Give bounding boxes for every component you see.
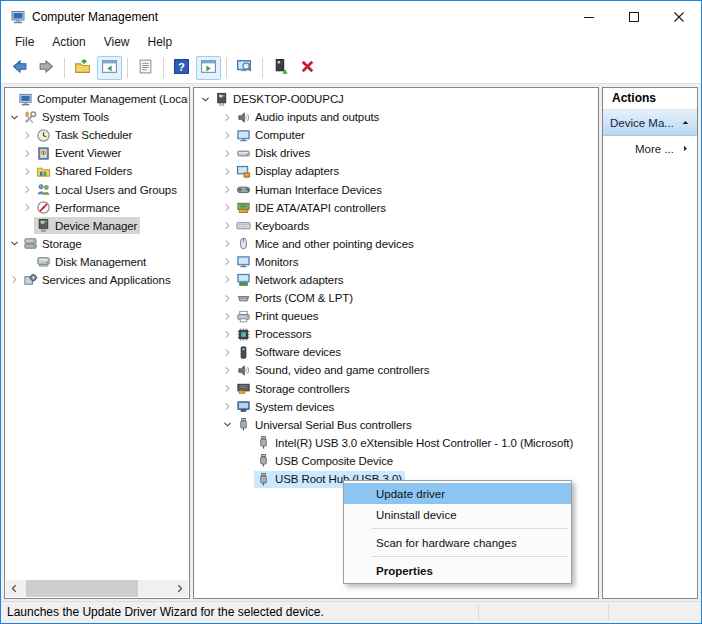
console-item-device-manager[interactable]: Device Manager [6, 217, 188, 235]
chevron-collapsed-icon[interactable] [221, 328, 234, 341]
triangle-right-icon[interactable] [681, 144, 690, 153]
update-driver-tool-button[interactable] [268, 56, 293, 80]
chevron-collapsed-icon[interactable] [221, 346, 234, 359]
tree-item-content: Device Manager [34, 217, 140, 234]
tree-item-content: Task Scheduler [34, 127, 135, 144]
maximize-button[interactable] [611, 1, 656, 32]
device-item-intel-r-usb-3-0-extensible-host-controller-1-0-microsoft[interactable]: Intel(R) USB 3.0 eXtensible Host Control… [195, 434, 597, 452]
device-item-display-adapters[interactable]: Display adapters [195, 162, 597, 180]
console-item-system-tools[interactable]: System Tools [6, 108, 188, 126]
chevron-collapsed-icon[interactable] [221, 273, 234, 286]
help-button[interactable]: ? [169, 56, 194, 80]
device-item-universal-serial-bus-controllers[interactable]: Universal Serial Bus controllers [195, 416, 597, 434]
device-item-monitors[interactable]: Monitors [195, 253, 597, 271]
device-item-ide-ata-atapi-controllers[interactable]: IDE ATA/ATAPI controllers [195, 199, 597, 217]
menu-file[interactable]: File [6, 33, 43, 51]
context-properties[interactable]: Properties [344, 560, 571, 581]
back-button[interactable] [7, 56, 32, 80]
chevron-expanded-icon[interactable] [221, 418, 234, 431]
device-item-computer[interactable]: Computer [195, 126, 597, 144]
chevron-placeholder [21, 255, 34, 268]
printer-icon [235, 308, 251, 324]
console-item-task-scheduler[interactable]: Task Scheduler [6, 126, 188, 144]
chevron-collapsed-icon[interactable] [221, 147, 234, 160]
chevron-collapsed-icon[interactable] [21, 201, 34, 214]
console-item-shared-folders[interactable]: Shared Folders [6, 162, 188, 180]
chevron-collapsed-icon[interactable] [221, 364, 234, 377]
scroll-left-arrow-icon[interactable] [6, 580, 23, 597]
console-item-services-and-applications[interactable]: Services and Applications [6, 271, 188, 289]
chevron-collapsed-icon[interactable] [221, 310, 234, 323]
console-item-storage[interactable]: Storage [6, 235, 188, 253]
chevron-collapsed-icon[interactable] [221, 255, 234, 268]
horizontal-scrollbar[interactable] [6, 580, 188, 597]
context-uninstall-device[interactable]: Uninstall device [344, 504, 571, 525]
action-section-more[interactable]: More ... [603, 136, 697, 161]
scroll-right-arrow-icon[interactable] [171, 580, 188, 597]
chevron-expanded-icon[interactable] [8, 237, 21, 250]
show-console-tree-button[interactable] [97, 56, 122, 80]
chevron-collapsed-icon[interactable] [21, 183, 34, 196]
properties-button[interactable] [133, 56, 158, 80]
triangle-up-icon[interactable] [681, 118, 690, 127]
device-item-print-queues[interactable]: Print queues [195, 307, 597, 325]
device-item-audio-inputs-and-outputs[interactable]: Audio inputs and outputs [195, 108, 597, 126]
console-item-event-viewer[interactable]: Event Viewer [6, 144, 188, 162]
scrollbar-thumb[interactable] [26, 580, 138, 597]
display-adapter-icon [235, 163, 251, 179]
action-section-device-ma[interactable]: Device Ma... [603, 110, 697, 136]
tree-item-label: Shared Folders [55, 165, 132, 177]
scrollbar-track[interactable] [23, 580, 171, 597]
chevron-collapsed-icon[interactable] [221, 292, 234, 305]
console-item-computer-management-local[interactable]: Computer Management (Local) [6, 90, 188, 108]
chevron-collapsed-icon[interactable] [221, 382, 234, 395]
chevron-collapsed-icon[interactable] [221, 165, 234, 178]
device-item-desktop-o0dupcj[interactable]: DESKTOP-O0DUPCJ [195, 90, 597, 108]
device-item-keyboards[interactable]: Keyboards [195, 217, 597, 235]
chevron-collapsed-icon[interactable] [221, 237, 234, 250]
device-item-usb-composite-device[interactable]: USB Composite Device [195, 452, 597, 470]
close-button[interactable] [656, 1, 701, 32]
device-item-system-devices[interactable]: System devices [195, 398, 597, 416]
tree-item-label: Keyboards [255, 220, 309, 232]
console-item-local-users-and-groups[interactable]: Local Users and Groups [6, 180, 188, 198]
tree-item-content: Services and Applications [21, 271, 174, 288]
chevron-collapsed-icon[interactable] [8, 273, 21, 286]
menu-action[interactable]: Action [43, 33, 94, 51]
device-item-ports-com-lpt[interactable]: Ports (COM & LPT) [195, 289, 597, 307]
chevron-collapsed-icon[interactable] [221, 129, 234, 142]
chevron-collapsed-icon[interactable] [21, 165, 34, 178]
minimize-button[interactable] [566, 1, 611, 32]
uninstall-tool-button[interactable] [295, 56, 320, 80]
menu-help[interactable]: Help [139, 33, 182, 51]
chevron-collapsed-icon[interactable] [221, 219, 234, 232]
menu-view[interactable]: View [95, 33, 139, 51]
export-list-button[interactable] [70, 56, 95, 80]
device-item-network-adapters[interactable]: Network adapters [195, 271, 597, 289]
forward-button[interactable] [34, 56, 59, 80]
chevron-collapsed-icon[interactable] [21, 129, 34, 142]
status-text: Launches the Update Driver Wizard for th… [7, 605, 324, 619]
device-item-storage-controllers[interactable]: Storage controllers [195, 380, 597, 398]
action-section-label: More ... [635, 143, 674, 155]
device-item-processors[interactable]: Processors [195, 325, 597, 343]
device-item-disk-drives[interactable]: Disk drives [195, 144, 597, 162]
chevron-expanded-icon[interactable] [8, 111, 21, 124]
console-item-performance[interactable]: Performance [6, 199, 188, 217]
device-item-mice-and-other-pointing-devices[interactable]: Mice and other pointing devices [195, 235, 597, 253]
chevron-collapsed-icon[interactable] [221, 183, 234, 196]
device-item-software-devices[interactable]: Software devices [195, 343, 597, 361]
chevron-expanded-icon[interactable] [199, 93, 212, 106]
popup-window-button[interactable] [232, 56, 257, 80]
chevron-collapsed-icon[interactable] [221, 400, 234, 413]
usb-plug-icon [235, 417, 251, 433]
context-scan-for-hardware-changes[interactable]: Scan for hardware changes [344, 532, 571, 553]
device-item-sound-video-and-game-controllers[interactable]: Sound, video and game controllers [195, 361, 597, 379]
show-action-pane-button[interactable] [196, 56, 221, 80]
console-item-disk-management[interactable]: Disk Management [6, 253, 188, 271]
chevron-collapsed-icon[interactable] [221, 111, 234, 124]
device-item-human-interface-devices[interactable]: Human Interface Devices [195, 180, 597, 198]
context-update-driver[interactable]: Update driver [344, 483, 571, 504]
chevron-collapsed-icon[interactable] [221, 201, 234, 214]
chevron-collapsed-icon[interactable] [21, 147, 34, 160]
